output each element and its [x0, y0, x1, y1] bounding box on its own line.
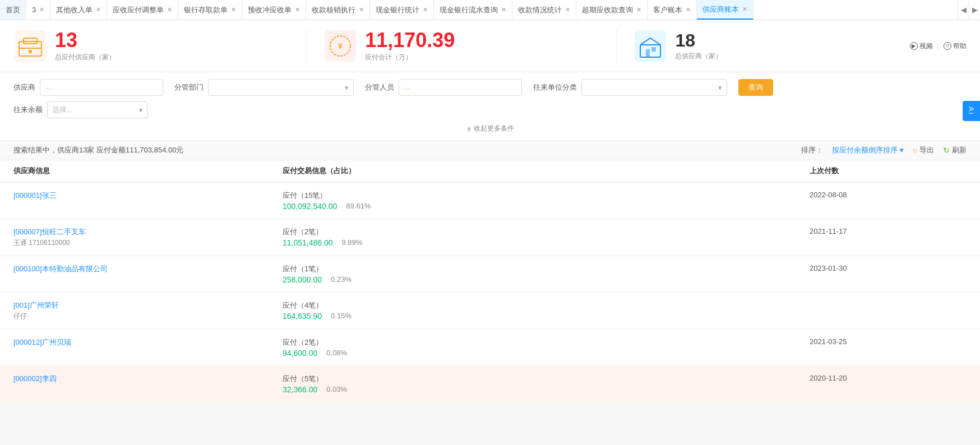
- sort-select[interactable]: 按应付余额倒序排序 ▾: [832, 145, 904, 155]
- person-filter-label: 分管人员: [365, 82, 394, 92]
- header-supplier-info: 供应商信息: [13, 166, 283, 176]
- dept-filter-input[interactable]: ▾: [208, 79, 354, 96]
- trade-info-cell: 应付（5笔） 32,366.00 0.03%: [283, 374, 810, 394]
- export-button[interactable]: ○ 导出: [913, 145, 934, 155]
- close-icon[interactable]: ✕: [423, 6, 428, 13]
- filter-area: 供应商 ··· 分管部门 ▾ 分管人员 ··· 往来单位分类 ▾ 查询: [0, 72, 980, 141]
- table-row: [001]广州荣轩 仔仔 应付（4笔） 164,635.90 0.15%: [0, 293, 980, 330]
- supplier-info-cell: [000007]恒旺二手叉车 王通 17106110000: [13, 227, 283, 248]
- stat-divider-1: [306, 29, 307, 63]
- nav-tab-collection-exec[interactable]: 收款核销执行 ✕: [306, 0, 370, 20]
- close-icon[interactable]: ✕: [167, 6, 172, 13]
- last-pay-cell: 2021-11-17: [810, 227, 967, 235]
- stat-label-total: 总供应商（家）: [675, 52, 722, 61]
- nav-tab-prepay-offset[interactable]: 预收冲应收单 ✕: [242, 0, 306, 20]
- collapse-button[interactable]: ∧ 收起更多条件: [466, 124, 514, 133]
- supplier-link[interactable]: [000001]张三: [13, 191, 57, 200]
- trade-row: 100,092,540.00 89.61%: [283, 201, 810, 211]
- filter-supplier: 供应商 ···: [13, 79, 163, 96]
- nav-tab-other-income[interactable]: 其他收入单 ✕: [50, 0, 107, 20]
- filter-balance: 往来余额 选择... ▾: [13, 101, 148, 118]
- nav-left-arrow[interactable]: ◀: [958, 0, 969, 20]
- trade-info-cell: 应付（4笔） 164,635.90 0.15%: [283, 300, 810, 321]
- trade-info-cell: 应付（15笔） 100,092,540.00 89.61%: [283, 191, 810, 211]
- nav-tab-ar-ap-adjust[interactable]: 应收应付调整单 ✕: [107, 0, 178, 20]
- svg-point-4: [29, 50, 32, 53]
- balance-filter-input[interactable]: 选择... ▾: [47, 101, 148, 118]
- trade-amount[interactable]: 164,635.90: [283, 312, 322, 321]
- refresh-label: 刷新: [952, 145, 967, 155]
- help-link[interactable]: ? 帮助: [944, 41, 967, 51]
- supplier-link[interactable]: [000012]广州贝瑞: [13, 338, 71, 346]
- supplier-info-cell: [000100]本特勤油品有限公司: [13, 264, 283, 274]
- nav-tab-supplier-ledger[interactable]: 供应商账本 ✕: [697, 0, 754, 20]
- close-icon[interactable]: ✕: [359, 6, 364, 13]
- close-icon[interactable]: ✕: [501, 6, 506, 13]
- supplier-link[interactable]: [000002]李四: [13, 374, 57, 383]
- trade-amount[interactable]: 258,000.00: [283, 275, 322, 284]
- search-button[interactable]: 查询: [738, 79, 773, 96]
- trade-amount[interactable]: 32,366.00: [283, 385, 317, 394]
- trade-info-cell: 应付（1笔） 258,000.00 0.23%: [283, 264, 810, 284]
- ai-button[interactable]: Ai: [963, 101, 980, 121]
- nav-tab-collection-stats-label: 收款情况统计: [518, 5, 562, 15]
- close-icon[interactable]: ✕: [636, 6, 641, 13]
- stat-number-suppliers: 13: [55, 30, 115, 50]
- close-icon[interactable]: ✕: [742, 6, 747, 13]
- filter-person: 分管人员 ···: [365, 79, 522, 96]
- close-icon[interactable]: ✕: [96, 6, 101, 13]
- supplier-icon: [13, 29, 47, 63]
- close-icon[interactable]: ✕: [686, 6, 691, 13]
- collapse-bar: ∧ 收起更多条件: [13, 124, 967, 133]
- nav-tab-supplier-ledger-label: 供应商账本: [702, 4, 739, 15]
- nav-tab-bank-deposit[interactable]: 银行存取款单 ✕: [178, 0, 242, 20]
- supplier-info-cell: [001]广州荣轩 仔仔: [13, 300, 283, 321]
- balance-arrow-icon: ▾: [139, 106, 143, 114]
- supplier-link[interactable]: [000100]本特勤油品有限公司: [13, 265, 108, 273]
- export-label: 导出: [919, 145, 934, 155]
- nav-tab-collection-stats[interactable]: 收款情况统计 ✕: [512, 0, 576, 20]
- nav-tab-collection-exec-label: 收款核销执行: [312, 5, 355, 15]
- video-link[interactable]: ▶ 视频: [910, 41, 933, 51]
- trade-amount[interactable]: 94,600.00: [283, 349, 317, 358]
- nav-tab-cash-flow-query[interactable]: 现金银行流水查询 ✕: [434, 0, 512, 20]
- supplier-link[interactable]: [000007]恒旺二手叉车: [13, 228, 86, 236]
- trade-row: 94,600.00 0.08%: [283, 347, 810, 358]
- export-icon: ○: [913, 146, 917, 155]
- nav-tab-home[interactable]: 首页: [0, 0, 26, 20]
- person-filter-input[interactable]: ···: [399, 79, 522, 96]
- trade-amount[interactable]: 100,092,540.00: [283, 202, 337, 211]
- trade-row: 11,051,486.00 9.89%: [283, 237, 810, 247]
- nav-tab-3[interactable]: 3 ✕: [26, 0, 50, 20]
- filter-row-1: 供应商 ··· 分管部门 ▾ 分管人员 ··· 往来单位分类 ▾ 查询: [13, 79, 967, 96]
- trade-pct: 9.89%: [342, 238, 363, 247]
- trade-label: 应付（1笔）: [283, 264, 810, 274]
- category-filter-input[interactable]: ▾: [581, 79, 727, 96]
- table-row: [000001]张三 应付（15笔） 100,092,540.00 89.61%…: [0, 183, 980, 219]
- category-filter-label: 往来单位分类: [533, 82, 577, 92]
- category-arrow-icon: ▾: [718, 84, 722, 92]
- nav-tab-cash-bank-stats[interactable]: 现金银行统计 ✕: [370, 0, 434, 20]
- trade-amount[interactable]: 11,051,486.00: [283, 238, 333, 247]
- close-icon[interactable]: ✕: [295, 6, 300, 13]
- refresh-button[interactable]: ↻ 刷新: [943, 145, 967, 155]
- help-circle-icon: ?: [944, 42, 951, 50]
- trade-label: 应付（2笔）: [283, 337, 810, 347]
- close-icon[interactable]: ✕: [39, 6, 44, 13]
- nav-tab-customer-ledger[interactable]: 客户账本 ✕: [648, 0, 697, 20]
- store-icon: [634, 29, 667, 63]
- nav-right-arrow[interactable]: ▶: [969, 0, 980, 20]
- supplier-link[interactable]: [001]广州荣轩: [13, 301, 59, 309]
- trade-label: 应付（2笔）: [283, 227, 810, 237]
- filter-category: 往来单位分类 ▾: [533, 79, 727, 96]
- stat-content-total: 18 总供应商（家）: [675, 31, 722, 61]
- trade-label: 应付（15笔）: [283, 191, 810, 201]
- supplier-filter-input[interactable]: ···: [40, 79, 163, 96]
- svg-rect-11: [651, 47, 656, 52]
- last-pay-cell: 2023-01-30: [810, 264, 967, 272]
- nav-tab-3-label: 3: [32, 6, 36, 14]
- close-icon[interactable]: ✕: [231, 6, 236, 13]
- nav-tab-overdue-query[interactable]: 超期应收款查询 ✕: [576, 0, 648, 20]
- close-icon[interactable]: ✕: [565, 6, 570, 13]
- sort-arrow-icon: ▾: [900, 146, 904, 154]
